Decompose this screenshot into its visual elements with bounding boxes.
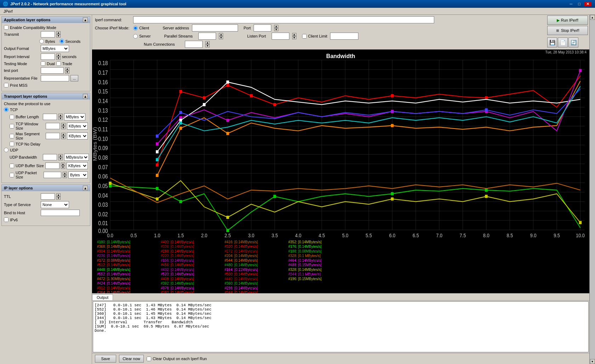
- clear-on-run-checkbox[interactable]: [147, 357, 151, 361]
- rep-file-browse[interactable]: ...: [70, 75, 78, 81]
- parallel-input[interactable]: 50: [198, 33, 216, 40]
- buffer-length-input[interactable]: 2: [43, 114, 57, 120]
- num-conn-down[interactable]: ▼: [205, 44, 210, 47]
- port-spinner[interactable]: ▲ ▼: [274, 25, 278, 31]
- transmit-down[interactable]: ▼: [56, 34, 61, 38]
- trade-checkbox[interactable]: [56, 61, 61, 66]
- port-input[interactable]: 5,001: [254, 24, 271, 32]
- server-radio[interactable]: [133, 34, 138, 39]
- max-seg-down[interactable]: ▼: [61, 136, 66, 139]
- udp-buf-down[interactable]: ▼: [61, 166, 65, 169]
- udp-pkt-spinner[interactable]: ▲ ▼: [63, 172, 67, 178]
- port-up[interactable]: ▲: [274, 25, 278, 28]
- ip-layer-collapse[interactable]: ▲: [83, 186, 88, 190]
- print-mss-label[interactable]: Print MSS: [4, 83, 28, 87]
- client-radio[interactable]: [133, 26, 138, 30]
- dual-label[interactable]: Dual: [41, 61, 55, 66]
- app-layer-header[interactable]: Application layer options ▲: [2, 17, 90, 23]
- udp-buffer-input[interactable]: 41: [45, 163, 60, 169]
- report-down[interactable]: ▼: [56, 57, 61, 60]
- scroll-up-btn[interactable]: ▲: [590, 15, 595, 20]
- udp-bw-up[interactable]: ▲: [58, 154, 63, 157]
- clear-on-run-label[interactable]: Clear Output on each Iperf Run: [147, 357, 207, 361]
- buffer-unit-select[interactable]: MBytesKBytes: [64, 113, 85, 120]
- output-tab[interactable]: Output: [92, 294, 113, 300]
- buffer-down[interactable]: ▼: [58, 117, 63, 120]
- stop-button[interactable]: ⏹ Stop IPerf!: [547, 26, 588, 35]
- output-text[interactable]: [247] 0.0-10.1 sec 1.43 MBytes 0.14 MByt…: [93, 301, 589, 352]
- ip-layer-header[interactable]: IP layer options ▲: [2, 185, 90, 191]
- transport-layer-collapse[interactable]: ▲: [83, 94, 88, 99]
- max-seg-label[interactable]: Max Segment Size: [10, 132, 44, 140]
- udp-pkt-down[interactable]: ▼: [63, 175, 67, 178]
- test-port-up[interactable]: ▲: [65, 67, 69, 70]
- max-seg-spinner[interactable]: ▲ ▼: [61, 133, 66, 139]
- tcp-window-down[interactable]: ▼: [61, 126, 66, 129]
- transmit-spinner[interactable]: ▲ ▼: [56, 31, 61, 38]
- client-limit-label[interactable]: Client Limit: [302, 34, 327, 39]
- command-input[interactable]: bin/iperf.exe -c 10.10.2.2 -P 50 -i 1 -p…: [133, 16, 434, 23]
- ttl-up[interactable]: ▲: [56, 193, 61, 197]
- test-port-down[interactable]: ▼: [65, 70, 69, 74]
- listen-port-input[interactable]: 5,001: [272, 33, 289, 40]
- tos-select[interactable]: NoneLow DelayThroughput: [41, 201, 69, 208]
- compat-checkbox[interactable]: [4, 25, 8, 30]
- ipv6-checkbox[interactable]: [4, 217, 8, 222]
- listen-port-up[interactable]: ▲: [292, 33, 296, 36]
- scroll-down-btn[interactable]: ▼: [590, 359, 595, 364]
- server-addr-input[interactable]: 10.10.2.2: [192, 24, 238, 32]
- transmit-input[interactable]: 10: [41, 31, 55, 38]
- trade-label[interactable]: Trade: [56, 61, 72, 66]
- buffer-length-checkbox[interactable]: [10, 115, 14, 119]
- udp-packet-checkbox[interactable]: [10, 173, 14, 177]
- client-limit-checkbox[interactable]: [302, 34, 307, 39]
- buffer-up[interactable]: ▲: [58, 114, 63, 117]
- udp-pkt-up[interactable]: ▲: [63, 172, 67, 175]
- compat-label[interactable]: Enable Compatibility Mode: [4, 25, 56, 30]
- clear-icon-btn[interactable]: 📄: [558, 38, 568, 47]
- print-mss-checkbox[interactable]: [4, 83, 8, 87]
- udp-packet-input[interactable]: 1,500: [44, 172, 61, 178]
- udp-buf-up[interactable]: ▲: [61, 163, 65, 166]
- udp-bw-unit-select[interactable]: MBytes/secKBytes/sec: [64, 154, 89, 161]
- seconds-radio-label[interactable]: Seconds: [60, 39, 81, 44]
- ipv6-label[interactable]: IPv6: [4, 217, 18, 222]
- menu-jperf[interactable]: JPerf: [1, 8, 15, 14]
- udp-buffer-checkbox[interactable]: [10, 164, 14, 168]
- max-seg-up[interactable]: ▲: [61, 133, 66, 136]
- ttl-down[interactable]: ▼: [56, 197, 61, 200]
- no-delay-checkbox[interactable]: [10, 142, 14, 146]
- port-down[interactable]: ▼: [274, 28, 278, 31]
- udp-pkt-unit-select[interactable]: BytesKBytes: [68, 171, 88, 178]
- buffer-length-label[interactable]: Buffer Length: [10, 115, 41, 119]
- tcp-window-label[interactable]: TCP Window Size: [10, 122, 44, 130]
- tcp-window-input[interactable]: 56: [46, 123, 60, 129]
- udp-buffer-label[interactable]: UDP Buffer Size: [10, 164, 44, 168]
- num-conn-input[interactable]: 0: [185, 41, 203, 48]
- ttl-spinner[interactable]: ▲ ▼: [56, 193, 61, 200]
- report-interval-input[interactable]: 1: [41, 53, 55, 60]
- udp-radio[interactable]: [4, 148, 8, 152]
- seconds-radio[interactable]: [60, 39, 64, 44]
- tcp-radio-label[interactable]: TCP: [4, 107, 18, 112]
- transmit-up[interactable]: ▲: [56, 31, 61, 34]
- buffer-length-spinner[interactable]: ▲ ▼: [58, 114, 63, 120]
- max-seg-input[interactable]: 1: [46, 133, 60, 139]
- transport-layer-header[interactable]: Transport layer options ▲: [2, 93, 90, 99]
- test-port-input[interactable]: 5,001: [41, 67, 64, 74]
- parallel-spinner[interactable]: ▲ ▼: [219, 33, 223, 39]
- max-seg-checkbox[interactable]: [10, 134, 14, 138]
- udp-bw-down[interactable]: ▼: [58, 157, 63, 160]
- report-spinner[interactable]: ▲ ▼: [56, 53, 61, 60]
- num-conn-spinner[interactable]: ▲ ▼: [205, 41, 210, 47]
- refresh-icon-btn[interactable]: 🔄: [568, 38, 578, 47]
- save-icon-btn[interactable]: 💾: [547, 38, 557, 47]
- tcp-window-checkbox[interactable]: [10, 124, 14, 129]
- test-port-spinner[interactable]: ▲ ▼: [65, 67, 69, 74]
- report-up[interactable]: ▲: [56, 53, 61, 57]
- no-delay-label[interactable]: TCP No Delay: [10, 142, 40, 146]
- minimize-btn[interactable]: ─: [568, 2, 575, 6]
- udp-buf-spinner[interactable]: ▲ ▼: [61, 163, 65, 169]
- listen-port-down[interactable]: ▼: [292, 36, 296, 39]
- tcp-window-up[interactable]: ▲: [61, 123, 66, 126]
